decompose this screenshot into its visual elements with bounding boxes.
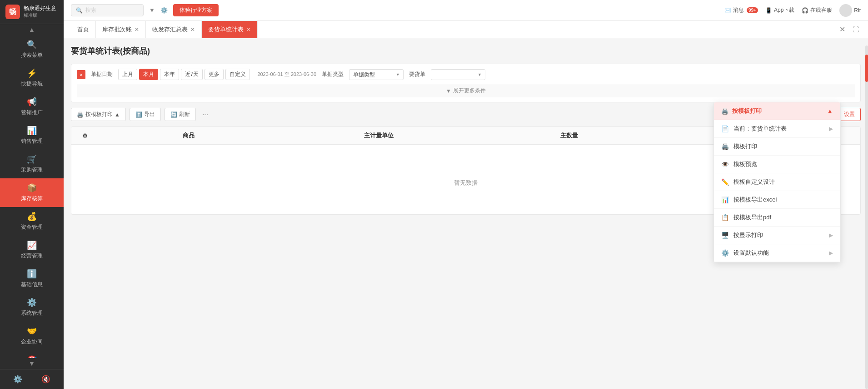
app-logo-text: 畅康通好生意 标准版 — [24, 5, 56, 19]
search-placeholder-text: 搜索 — [85, 6, 96, 14]
mute-footer-icon[interactable]: 🔇 — [40, 373, 52, 385]
sidebar-item-shortcut[interactable]: ⚡ 快捷导航 — [0, 64, 64, 92]
sidebar-item-label: 搜索菜单 — [21, 51, 43, 59]
message-icon: ✉️ — [724, 7, 731, 14]
tabbar: 首页 库存批次账 ✕ 收发存汇总表 ✕ 要货单统计表 ✕ ✕ ⛶ — [64, 21, 868, 38]
refresh-btn[interactable]: 🔄 刷新 — [165, 108, 196, 121]
doc-type-select[interactable]: 单据类型 — [349, 69, 404, 80]
sidebar-item-purchase[interactable]: 🛒 采购管理 — [0, 150, 64, 178]
export-pdf-icon: 📋 — [721, 214, 729, 221]
order-status-select-wrap — [431, 69, 485, 80]
sidebar-item-finance[interactable]: 💰 资金管理 — [0, 207, 64, 236]
print-dropdown-close-btn[interactable]: ▲ — [827, 107, 833, 115]
app-logo-icon: 畅 — [5, 5, 20, 19]
messages-btn[interactable]: ✉️ 消息 99+ — [724, 6, 758, 14]
app-download-icon: 📱 — [765, 7, 772, 14]
dropdown-item-export-pdf-left: 📋 按模板导出pdf — [721, 213, 771, 222]
dropdown-item-template-print[interactable]: 🖨️ 模板打印 — [714, 138, 840, 156]
sidebar-scroll-up[interactable]: ▲ — [0, 24, 64, 35]
order-status-label: 要货单 — [409, 71, 425, 78]
tab-receipt-summary[interactable]: 收发存汇总表 ✕ — [146, 21, 202, 38]
export-pdf-label: 按模板导出pdf — [733, 213, 771, 222]
dropdown-item-export-pdf[interactable]: 📋 按模板导出pdf — [714, 209, 840, 227]
close-all-tabs-btn[interactable]: ✕ — [838, 23, 847, 35]
experience-btn[interactable]: 体验行业方案 — [173, 4, 219, 16]
tab-order-stats-close[interactable]: ✕ — [246, 26, 251, 33]
chevron-right-icon: ▶ — [829, 126, 833, 132]
refresh-icon: 🔄 — [170, 111, 177, 118]
date-last-month-btn[interactable]: 上月 — [118, 69, 137, 80]
sidebar-item-label: 采购管理 — [21, 166, 43, 174]
topbar-right: ✉️ 消息 99+ 📱 App下载 🎧 在线客服 Rit — [724, 4, 861, 17]
dropdown-item-export-excel[interactable]: 📊 按模板导出excel — [714, 191, 840, 209]
page-content: 要货单统计表(按商品) « 单据日期 上月 本月 本年 近7天 更多 自定义 2… — [64, 38, 868, 389]
expand-tabs-btn[interactable]: ⛶ — [851, 24, 861, 35]
tab-home[interactable]: 首页 — [71, 21, 96, 38]
topbar-search-box[interactable]: 🔍 搜索 — [71, 4, 144, 16]
tab-inventory-batch-close[interactable]: ✕ — [135, 26, 139, 33]
tab-inventory-batch[interactable]: 库存批次账 ✕ — [96, 21, 146, 38]
sidebar-footer: ⚙️ 🔇 — [0, 369, 64, 389]
date-7days-btn[interactable]: 近7天 — [181, 69, 203, 80]
print-template-btn[interactable]: 🖨️ 按模板打印 ▲ — [71, 108, 126, 121]
settings-btn[interactable]: 设置 — [838, 108, 861, 121]
tab-receipt-summary-close[interactable]: ✕ — [190, 26, 195, 33]
template-custom-label: 模板自定义设计 — [733, 178, 775, 186]
filter-expand-btn[interactable]: « — [77, 70, 85, 79]
sidebar-item-search[interactable]: 🔍 搜索菜单 — [0, 35, 64, 64]
dropdown-item-default-func[interactable]: ⚙️ 设置默认功能 ▶ — [714, 244, 840, 262]
sidebar-nav: 🔍 搜索菜单 ⚡ 快捷导航 📢 营销推广 📊 销售管理 🛒 采购管理 📦 库存核… — [0, 35, 64, 358]
settings-footer-icon[interactable]: ⚙️ — [11, 373, 24, 385]
tab-order-stats-label: 要货单统计表 — [208, 25, 244, 34]
order-status-select[interactable] — [431, 69, 485, 80]
scrollbar-thumb[interactable] — [865, 55, 868, 82]
more-actions-btn[interactable]: ··· — [200, 109, 211, 121]
sidebar-item-label: 营销推广 — [21, 109, 43, 116]
col-goods: 商品 — [93, 131, 284, 140]
dropdown-item-template-custom[interactable]: ✏️ 模板自定义设计 — [714, 173, 840, 191]
sidebar-item-cooperation[interactable]: 🤝 企业协同 — [0, 322, 64, 350]
print-dropdown-header: 🖨️ 按模板打印 ▲ — [714, 102, 840, 120]
tab-inventory-batch-label: 库存批次账 — [102, 25, 132, 34]
date-custom-btn[interactable]: 自定义 — [225, 69, 250, 80]
inventory-nav-icon: 📦 — [27, 183, 37, 193]
dropdown-item-display-print[interactable]: 🖥️ 按显示打印 ▶ — [714, 227, 840, 244]
right-scrollbar[interactable] — [865, 45, 868, 389]
topbar-left: 🔍 搜索 ▼ ⚙️ 体验行业方案 — [71, 4, 219, 16]
date-this-month-btn[interactable]: 本月 — [139, 69, 158, 80]
empty-text: 暂无数据 — [454, 179, 478, 187]
print-dropdown: 🖨️ 按模板打印 ▲ 📄 当前：要货单统计表 ▶ 🖨️ 模板打印 — [713, 102, 841, 263]
col-settings[interactable]: ⚙ — [77, 132, 93, 139]
sidebar-item-sales[interactable]: 📊 销售管理 — [0, 121, 64, 150]
avatar-image — [839, 4, 852, 17]
topbar-settings-icon[interactable]: ⚙️ — [160, 7, 168, 14]
export-excel-icon: 📊 — [721, 196, 729, 203]
dropdown-item-template-preview[interactable]: 👁️ 模板预览 — [714, 156, 840, 173]
sidebar-item-operation[interactable]: 📈 经营管理 — [0, 236, 64, 264]
basic-nav-icon: ℹ️ — [27, 269, 37, 279]
dropdown-item-current[interactable]: 📄 当前：要货单统计表 ▶ — [714, 120, 840, 138]
sidebar-item-label: 快捷导航 — [21, 80, 43, 88]
user-avatar[interactable]: Rit — [839, 4, 861, 17]
sidebar-item-guide[interactable]: 🎯 新手引导 — [0, 350, 64, 358]
topbar-chevron-icon[interactable]: ▼ — [149, 7, 155, 14]
sidebar-item-marketing[interactable]: 📢 营销推广 — [0, 92, 64, 121]
date-this-year-btn[interactable]: 本年 — [160, 69, 179, 80]
date-more-btn[interactable]: 更多 — [205, 69, 224, 80]
dropdown-item-template-custom-left: ✏️ 模板自定义设计 — [721, 178, 775, 186]
sidebar-item-label: 企业协同 — [21, 338, 43, 346]
sidebar-scroll-down[interactable]: ▼ — [0, 358, 64, 369]
print-dropdown-title: 🖨️ 按模板打印 — [721, 107, 762, 115]
chevron-up-icon: ▲ — [115, 111, 120, 118]
sidebar-item-label: 库存核算 — [21, 195, 43, 202]
export-btn[interactable]: ⬆️ 导出 — [130, 108, 161, 121]
sidebar-item-inventory[interactable]: 📦 库存核算 — [0, 178, 64, 207]
expand-more-conditions-btn[interactable]: ▼ 展开更多条件 — [77, 84, 855, 97]
app-download-btn[interactable]: 📱 App下载 — [765, 6, 794, 14]
sidebar-item-system[interactable]: ⚙️ 系统管理 — [0, 293, 64, 322]
sidebar-item-basic[interactable]: ℹ️ 基础信息 — [0, 264, 64, 293]
tab-order-stats[interactable]: 要货单统计表 ✕ — [202, 21, 258, 38]
marketing-nav-icon: 📢 — [27, 97, 37, 107]
online-service-btn[interactable]: 🎧 在线客服 — [802, 6, 832, 14]
sidebar-item-label: 基础信息 — [21, 281, 43, 288]
